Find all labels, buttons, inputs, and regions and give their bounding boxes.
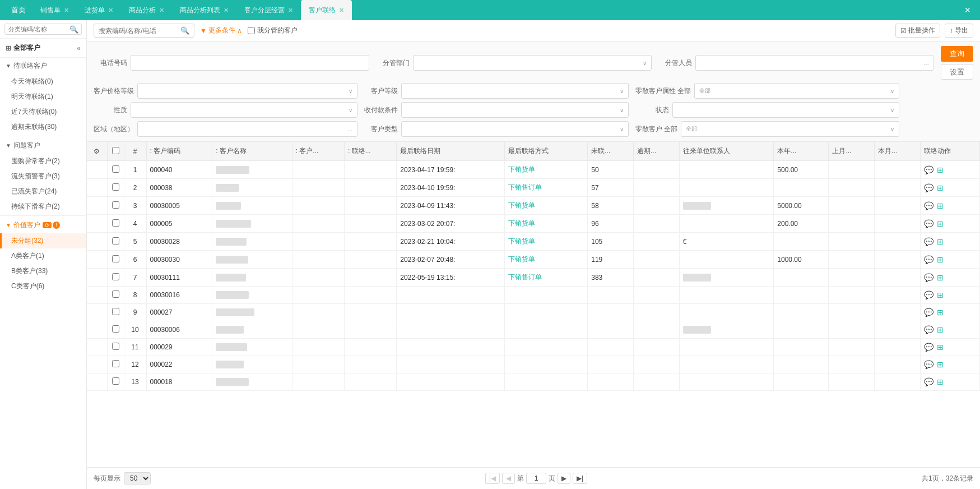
last-page-button[interactable]: ▶|: [573, 473, 587, 484]
grid-action-icon[interactable]: ⊞: [937, 201, 944, 210]
zero-attr-select[interactable]: 全部 ∨: [694, 83, 899, 99]
close-customer-contact-tab-icon[interactable]: ✕: [339, 7, 344, 14]
payment-select[interactable]: ∨: [401, 102, 628, 118]
comment-icon[interactable]: 💬: [924, 290, 933, 299]
cell-check[interactable]: [107, 373, 124, 391]
contact-method-link[interactable]: 下销售订单: [508, 273, 542, 281]
phone-input[interactable]: [131, 55, 369, 71]
contact-method-link[interactable]: 下销货单: [508, 165, 535, 173]
row-checkbox[interactable]: [112, 377, 119, 385]
row-checkbox[interactable]: [112, 165, 119, 173]
filter-search-input[interactable]: [99, 27, 180, 35]
sidebar-section-pending[interactable]: ▼ 待联络客户: [0, 58, 86, 74]
cell-check[interactable]: [107, 321, 124, 339]
close-product-analysis-tab-icon[interactable]: ✕: [159, 7, 164, 14]
cell-check[interactable]: [107, 161, 124, 179]
comment-icon[interactable]: 💬: [924, 308, 933, 317]
row-checkbox[interactable]: [112, 360, 119, 367]
sidebar-item-tomorrow[interactable]: 明天待联络(1): [0, 89, 86, 104]
sidebar-item-churned[interactable]: 已流失客户(24): [0, 184, 86, 199]
sidebar-collapse-icon[interactable]: «: [77, 44, 81, 52]
row-checkbox[interactable]: [112, 343, 119, 350]
row-checkbox[interactable]: [112, 237, 119, 245]
grid-action-icon[interactable]: ⊞: [937, 343, 944, 352]
grid-action-icon[interactable]: ⊞: [937, 360, 944, 369]
zero-cust-select[interactable]: 全部 ∨: [681, 121, 899, 137]
grid-action-icon[interactable]: ⊞: [937, 219, 944, 228]
comment-icon[interactable]: 💬: [924, 377, 933, 386]
nav-tab-product-list[interactable]: 商品分析列表 ✕: [172, 0, 236, 20]
my-customers-checkbox[interactable]: 我分管的客户: [248, 26, 298, 35]
sidebar-item-churn-warning[interactable]: 流失预警客户(3): [0, 169, 86, 184]
query-button[interactable]: 查询: [941, 46, 973, 62]
row-checkbox[interactable]: [112, 325, 119, 333]
batch-ops-button[interactable]: ☑ 批量操作: [895, 24, 940, 38]
row-checkbox[interactable]: [112, 255, 119, 262]
col-settings[interactable]: ⚙: [87, 142, 107, 161]
export-button[interactable]: ↑ 导出: [945, 24, 973, 38]
cust-type-select[interactable]: ∨: [401, 121, 628, 137]
sidebar-item-hoarding[interactable]: 囤购异常客户(2): [0, 154, 86, 169]
comment-icon[interactable]: 💬: [924, 201, 933, 210]
person-select[interactable]: …: [695, 55, 934, 71]
nature-select[interactable]: ∨: [131, 102, 357, 118]
cell-check[interactable]: [107, 356, 124, 373]
grid-action-icon[interactable]: ⊞: [937, 308, 944, 317]
comment-icon[interactable]: 💬: [924, 165, 933, 174]
sidebar-item-7days[interactable]: 近7天待联络(0): [0, 104, 86, 119]
price-grade-select[interactable]: ∨: [137, 83, 357, 99]
close-product-list-tab-icon[interactable]: ✕: [224, 7, 229, 14]
filter-search-icon[interactable]: 🔍: [180, 26, 189, 35]
nav-tab-customer-tier[interactable]: 客户分层经营 ✕: [236, 0, 301, 20]
cell-check[interactable]: [107, 179, 124, 197]
comment-icon[interactable]: 💬: [924, 343, 933, 352]
nav-tab-product-analysis[interactable]: 商品分析 ✕: [121, 0, 172, 20]
cell-check[interactable]: [107, 233, 124, 251]
grid-action-icon[interactable]: ⊞: [937, 290, 944, 299]
row-checkbox[interactable]: [112, 308, 119, 315]
nav-tab-customer-contact[interactable]: 客户联络 ✕: [301, 0, 352, 20]
cell-check[interactable]: [107, 215, 124, 233]
status-select[interactable]: ∨: [672, 102, 899, 118]
contact-method-link[interactable]: 下销货单: [508, 201, 535, 209]
comment-icon[interactable]: 💬: [924, 273, 933, 282]
page-size-select[interactable]: 50: [124, 472, 151, 485]
sidebar-item-class-b[interactable]: B类客户(33): [0, 264, 86, 279]
reset-button[interactable]: 设置: [941, 64, 973, 80]
nav-home[interactable]: 首页: [4, 0, 32, 20]
grid-action-icon[interactable]: ⊞: [937, 273, 944, 282]
sidebar-search-icon[interactable]: 🔍: [69, 25, 78, 34]
row-checkbox[interactable]: [112, 273, 119, 280]
sidebar-item-overdue[interactable]: 逾期未联络(30): [0, 119, 86, 135]
row-checkbox[interactable]: [112, 219, 119, 227]
first-page-button[interactable]: |◀: [485, 473, 500, 484]
contact-method-link[interactable]: 下销货单: [508, 237, 535, 245]
dept-select[interactable]: ∨: [413, 55, 652, 71]
sidebar-item-ungrouped[interactable]: 未分组(32): [0, 233, 86, 248]
cell-check[interactable]: [107, 304, 124, 321]
comment-icon[interactable]: 💬: [924, 237, 933, 246]
grid-action-icon[interactable]: ⊞: [937, 255, 944, 264]
select-all-checkbox[interactable]: [112, 147, 119, 154]
sidebar-item-class-a[interactable]: A类客户(1): [0, 248, 86, 264]
close-purchase-tab-icon[interactable]: ✕: [108, 7, 113, 14]
nav-tab-purchase[interactable]: 进货单 ✕: [77, 0, 121, 20]
grid-action-icon[interactable]: ⊞: [937, 325, 944, 334]
cell-check[interactable]: [107, 287, 124, 304]
cell-check[interactable]: [107, 339, 124, 356]
col-check[interactable]: [107, 142, 124, 161]
close-customer-tier-tab-icon[interactable]: ✕: [288, 7, 293, 14]
grid-action-icon[interactable]: ⊞: [937, 183, 944, 192]
next-page-button[interactable]: ▶: [558, 473, 570, 484]
sidebar-item-today[interactable]: 今天待联络(0): [0, 74, 86, 89]
row-checkbox[interactable]: [112, 201, 119, 209]
comment-icon[interactable]: 💬: [924, 325, 933, 334]
cell-check[interactable]: [107, 197, 124, 215]
cell-check[interactable]: [107, 251, 124, 269]
my-customers-check[interactable]: [248, 27, 255, 34]
sidebar-all-customers[interactable]: ⊞ 全部客户 «: [0, 39, 86, 58]
current-page-input[interactable]: [526, 473, 546, 484]
close-window-icon[interactable]: ✕: [960, 6, 976, 15]
cust-grade-select[interactable]: ∨: [401, 83, 628, 99]
row-checkbox[interactable]: [112, 183, 119, 191]
